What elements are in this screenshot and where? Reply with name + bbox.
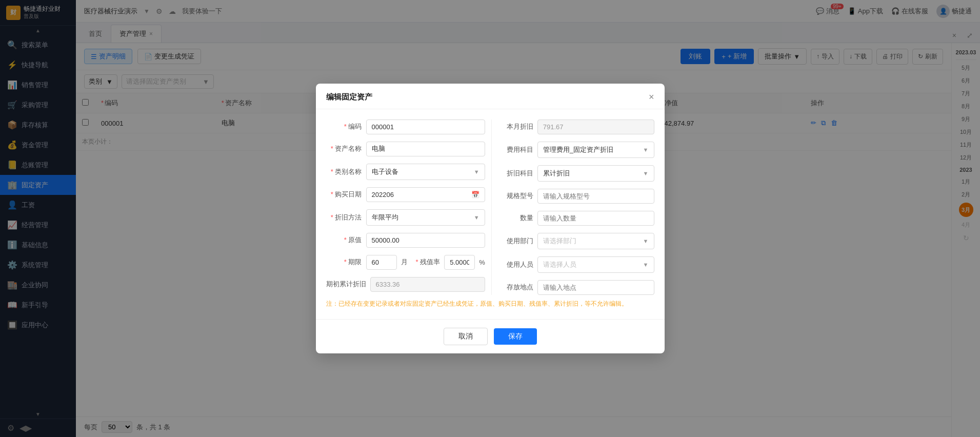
location-label: 存放地点: [497, 283, 533, 292]
save-button[interactable]: 保存: [494, 328, 537, 345]
chevron-down-icon: ▼: [474, 214, 479, 221]
modal-footer: 取消 保存: [316, 319, 665, 353]
chevron-down-icon: ▼: [643, 238, 649, 244]
modal-divider: [491, 120, 492, 295]
cancel-button[interactable]: 取消: [444, 328, 488, 345]
original-value-input[interactable]: [366, 233, 485, 248]
modal-left-column: * 编码 * 资产名称 * 类别名称: [326, 120, 485, 295]
form-row-expense-subject: 费用科目 管理费用_固定资产折旧 ▼: [497, 142, 654, 158]
quantity-label: 数量: [497, 213, 533, 223]
period-input[interactable]: [366, 255, 397, 270]
purchase-date-input[interactable]: 202206 📅: [366, 187, 485, 202]
form-row-asset-name: * 资产名称: [326, 142, 485, 156]
chevron-down-icon: ▼: [643, 170, 649, 176]
asset-name-input[interactable]: [366, 142, 485, 156]
modal-right-column: 本月折旧 费用科目 管理费用_固定资产折旧 ▼ 折旧科目: [497, 120, 654, 295]
percent-unit: %: [479, 259, 485, 266]
modal-overlay: 编辑固定资产 × * 编码 * 资产名称: [0, 0, 980, 437]
modal-body: * 编码 * 资产名称 * 类别名称: [316, 109, 665, 319]
spec-model-input[interactable]: [537, 189, 654, 204]
code-label: * 编码: [326, 122, 362, 131]
form-row-department: 使用部门 请选择部门 ▼: [497, 233, 654, 249]
depreciation-method-select[interactable]: 年限平均 ▼: [366, 209, 485, 226]
edit-asset-modal: 编辑固定资产 × * 编码 * 资产名称: [316, 84, 665, 353]
form-row-quantity: 数量: [497, 211, 654, 226]
expense-subject-select[interactable]: 管理费用_固定资产折旧 ▼: [537, 142, 654, 158]
initial-accumulated-input[interactable]: [370, 277, 485, 292]
depreciation-method-label: * 折旧方法: [326, 213, 362, 222]
modal-note: 注：已经存在变更记录或者对应固定资产已经生成凭证，原值、购买日期、残值率、累计折…: [326, 295, 654, 309]
purchase-date-label: * 购买日期: [326, 190, 362, 199]
depreciation-subject-label: 折旧科目: [497, 169, 533, 178]
category-select[interactable]: 电子设备 ▼: [366, 164, 485, 180]
residual-rate-input[interactable]: [444, 255, 475, 270]
chevron-down-icon: ▼: [474, 169, 479, 175]
form-row-original-value: * 原值: [326, 233, 485, 248]
department-label: 使用部门: [497, 236, 533, 246]
user-select[interactable]: 请选择人员 ▼: [537, 256, 654, 273]
form-row-initial-accumulated: 期初累计折旧: [326, 277, 485, 292]
chevron-down-icon: ▼: [643, 147, 649, 153]
code-input[interactable]: [366, 120, 485, 134]
calendar-icon: 📅: [471, 191, 479, 198]
residual-rate-label: * 残值率: [416, 257, 441, 267]
original-value-label: * 原值: [326, 235, 362, 245]
expense-subject-label: 费用科目: [497, 145, 533, 154]
initial-accumulated-label: 期初累计折旧: [326, 280, 366, 289]
user-label: 使用人员: [497, 260, 533, 269]
form-row-depreciation-method: * 折旧方法 年限平均 ▼: [326, 209, 485, 226]
form-row-code: * 编码: [326, 120, 485, 134]
form-row-monthly-depreciation: 本月折旧: [497, 120, 654, 134]
form-row-category: * 类别名称 电子设备 ▼: [326, 164, 485, 180]
category-name-label: * 类别名称: [326, 167, 362, 176]
form-row-location: 存放地点: [497, 280, 654, 295]
period-label: * 期限: [326, 257, 362, 267]
chevron-down-icon: ▼: [643, 262, 649, 268]
depreciation-subject-select[interactable]: 累计折旧 ▼: [537, 165, 654, 182]
month-unit: 月: [401, 257, 408, 267]
monthly-depreciation-input[interactable]: [537, 120, 654, 134]
spec-model-label: 规格型号: [497, 191, 533, 201]
form-row-period-residual: * 期限 月 * 残值率 %: [326, 255, 485, 270]
form-row-spec-model: 规格型号: [497, 189, 654, 204]
modal-header: 编辑固定资产 ×: [316, 84, 665, 109]
modal-title: 编辑固定资产: [326, 92, 372, 102]
form-row-user: 使用人员 请选择人员 ▼: [497, 256, 654, 273]
asset-name-label: * 资产名称: [326, 144, 362, 153]
quantity-input[interactable]: [537, 211, 654, 226]
monthly-depreciation-label: 本月折旧: [497, 122, 533, 131]
modal-close-button[interactable]: ×: [649, 92, 654, 103]
location-input[interactable]: [537, 280, 654, 295]
form-row-purchase-date: * 购买日期 202206 📅: [326, 187, 485, 202]
form-row-depreciation-subject: 折旧科目 累计折旧 ▼: [497, 165, 654, 182]
department-select[interactable]: 请选择部门 ▼: [537, 233, 654, 249]
